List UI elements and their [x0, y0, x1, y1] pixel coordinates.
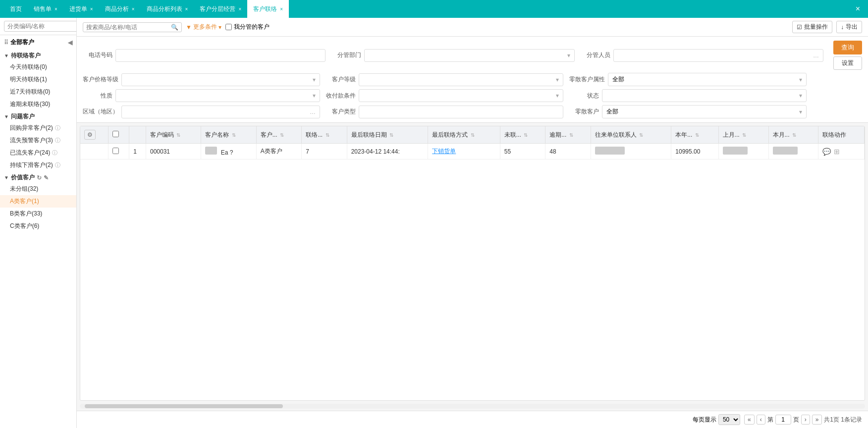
- customer-level-select[interactable]: ▾: [359, 73, 563, 86]
- sort-contact-count-icon[interactable]: ⇅: [326, 132, 329, 138]
- sidebar-item-today-pending[interactable]: 今天待联络(0): [0, 61, 76, 73]
- filter-more-btn[interactable]: ▼ 更多条件 ▾: [186, 23, 221, 31]
- sidebar-item-class-a[interactable]: A类客户(1): [0, 195, 76, 208]
- sidebar-item-declining[interactable]: 持续下滑客户(2) ⓘ: [0, 159, 76, 171]
- nature-select[interactable]: ▾: [115, 89, 320, 102]
- first-page-btn[interactable]: «: [744, 415, 755, 425]
- sidebar-item-abnormal[interactable]: 回购异常客户(2) ⓘ: [0, 122, 76, 134]
- nav-sales-order[interactable]: 销售单 ×: [28, 0, 63, 18]
- filter-search-icon[interactable]: 🔍: [171, 24, 178, 31]
- close-product-analysis-list[interactable]: ×: [185, 6, 188, 12]
- sidebar-search-input[interactable]: [4, 21, 77, 32]
- page-nav: « ‹ 第 页 › » 共1页 1条记录: [744, 415, 862, 425]
- settings-button[interactable]: 设置: [833, 56, 862, 70]
- sidebar-item-class-c[interactable]: C类客户(6): [0, 220, 76, 232]
- field-manager: 分管人员 …: [581, 49, 823, 62]
- query-button[interactable]: 查询: [833, 41, 862, 54]
- sidebar-group-value[interactable]: ▼ 价值客户 ↻ ✎: [0, 171, 76, 183]
- sidebar: 🔍 ⠿ 全部客户 ◀ ▼ 待联络客户 今天待联络(0) 明天待联络(1) 近7天…: [0, 18, 77, 428]
- sidebar-collapse-icon[interactable]: ◀: [68, 39, 72, 46]
- grid-action-icon[interactable]: ⊞: [834, 148, 840, 156]
- content-area: 🔍 ▼ 更多条件 ▾ 我分管的客户 ☑ 批量操作 ↓ 导出: [77, 18, 868, 428]
- retail-customer-select[interactable]: 全部▾: [602, 105, 807, 118]
- sort-overdue-icon[interactable]: ⇅: [569, 132, 573, 138]
- phone-input[interactable]: [115, 49, 326, 62]
- status-select[interactable]: ▾: [602, 89, 807, 102]
- sidebar-group-problem[interactable]: ▼ 问题客户: [0, 110, 76, 122]
- nav-purchase-order[interactable]: 进货单 ×: [63, 0, 99, 18]
- filter-search-input[interactable]: [86, 24, 171, 31]
- nav-customer-contact[interactable]: 客户联络 ×: [247, 0, 289, 18]
- my-customers-check-input[interactable]: [225, 24, 232, 30]
- per-page-select[interactable]: 50: [718, 414, 740, 425]
- chat-action-icon[interactable]: 💬: [822, 148, 831, 156]
- export-icon: ↓: [841, 24, 844, 31]
- sort-contact-person-icon[interactable]: ⇅: [639, 132, 643, 138]
- sort-last-month-icon[interactable]: ⇅: [742, 132, 746, 138]
- nav-home[interactable]: 首页: [4, 0, 28, 18]
- col-action: 联络动作: [818, 126, 865, 144]
- field-status: 状态 ▾: [569, 89, 807, 102]
- manager-input[interactable]: …: [613, 49, 823, 62]
- sort-code-icon[interactable]: ⇅: [176, 132, 180, 138]
- sidebar-item-class-b[interactable]: B类客户(33): [0, 208, 76, 220]
- customer-level-arrow-icon: ▾: [556, 76, 559, 83]
- sidebar-item-overdue-pending[interactable]: 逾期未联络(30): [0, 98, 76, 110]
- region-input[interactable]: …: [121, 106, 320, 118]
- sort-name-icon[interactable]: ⇅: [232, 132, 236, 138]
- select-all-checkbox[interactable]: [112, 131, 119, 137]
- last-month-dot: [723, 147, 748, 155]
- next-page-btn[interactable]: ›: [801, 415, 810, 425]
- sidebar-group-pending[interactable]: ▼ 待联络客户: [0, 50, 76, 61]
- total-count: 共1页 1条记录: [824, 416, 862, 424]
- nav-product-analysis-list[interactable]: 商品分析列表 ×: [141, 0, 194, 18]
- close-customer-contact[interactable]: ×: [280, 6, 283, 12]
- nav-customer-segmentation[interactable]: 客户分层经营 ×: [194, 0, 247, 18]
- horizontal-scrollbar[interactable]: [80, 404, 865, 409]
- sort-last-method-icon[interactable]: ⇅: [471, 132, 475, 138]
- row-checkbox[interactable]: [112, 148, 119, 154]
- sidebar-item-churned[interactable]: 已流失客户(24) ⓘ: [0, 147, 76, 159]
- sidebar-item-churn-warning[interactable]: 流失预警客户(3) ⓘ: [0, 134, 76, 147]
- close-product-analysis[interactable]: ×: [132, 6, 135, 12]
- prev-page-btn[interactable]: ‹: [757, 415, 765, 425]
- table-gear-btn[interactable]: ⚙: [84, 130, 96, 140]
- sort-not-contacted-icon[interactable]: ⇅: [524, 132, 528, 138]
- sort-last-date-icon[interactable]: ⇅: [389, 132, 393, 138]
- sidebar-all-customers[interactable]: ⠿ 全部客户 ◀: [0, 35, 76, 50]
- value-edit-icon[interactable]: ✎: [44, 174, 49, 181]
- payment-select[interactable]: ▾: [359, 89, 563, 102]
- export-btn[interactable]: ↓ 导出: [836, 21, 862, 33]
- sort-this-month-icon[interactable]: ⇅: [792, 132, 796, 138]
- close-customer-segmentation[interactable]: ×: [238, 6, 241, 12]
- batch-operation-btn[interactable]: ☑ 批量操作: [792, 21, 832, 33]
- sidebar-item-7day-pending[interactable]: 近7天待联络(0): [0, 86, 76, 98]
- my-customers-checkbox[interactable]: 我分管的客户: [225, 23, 270, 31]
- col-overdue: 逾期... ⇅: [545, 126, 591, 144]
- nav-product-analysis[interactable]: 商品分析 ×: [99, 0, 141, 18]
- status-arrow-icon: ▾: [799, 92, 802, 99]
- value-refresh-icon[interactable]: ↻: [37, 174, 42, 181]
- retail-attr-select[interactable]: 全部▾: [608, 73, 807, 86]
- row-last-method: 下销货单: [428, 144, 500, 160]
- col-this-year: 本年... ⇅: [671, 126, 718, 144]
- row-action-cell: 💬 ⊞: [818, 144, 865, 160]
- retail-attr-arrow-icon: ▾: [799, 76, 802, 83]
- filter-row-2: 客户价格等级 ▾ 客户等级 ▾ 零散客户属性 全部▾: [83, 73, 862, 86]
- sidebar-item-tomorrow-pending[interactable]: 明天待联络(1): [0, 73, 76, 86]
- dept-select[interactable]: ▾: [364, 49, 574, 62]
- region-dots-icon: …: [310, 108, 316, 115]
- customer-type-input[interactable]: [359, 106, 563, 118]
- sidebar-item-ungrouped[interactable]: 未分组(32): [0, 183, 76, 195]
- window-close-icon[interactable]: ×: [852, 4, 864, 13]
- page-input[interactable]: [775, 415, 791, 425]
- price-level-select[interactable]: ▾: [121, 73, 320, 86]
- sort-type-icon[interactable]: ⇅: [280, 132, 284, 138]
- contact-person-dot: [595, 147, 625, 155]
- scrollbar-thumb[interactable]: [85, 404, 283, 408]
- last-method-link[interactable]: 下销货单: [432, 148, 456, 155]
- close-purchase-order[interactable]: ×: [90, 6, 93, 12]
- last-page-btn[interactable]: »: [812, 415, 822, 425]
- close-sales-order[interactable]: ×: [54, 6, 57, 12]
- sort-this-year-icon[interactable]: ⇅: [695, 132, 699, 138]
